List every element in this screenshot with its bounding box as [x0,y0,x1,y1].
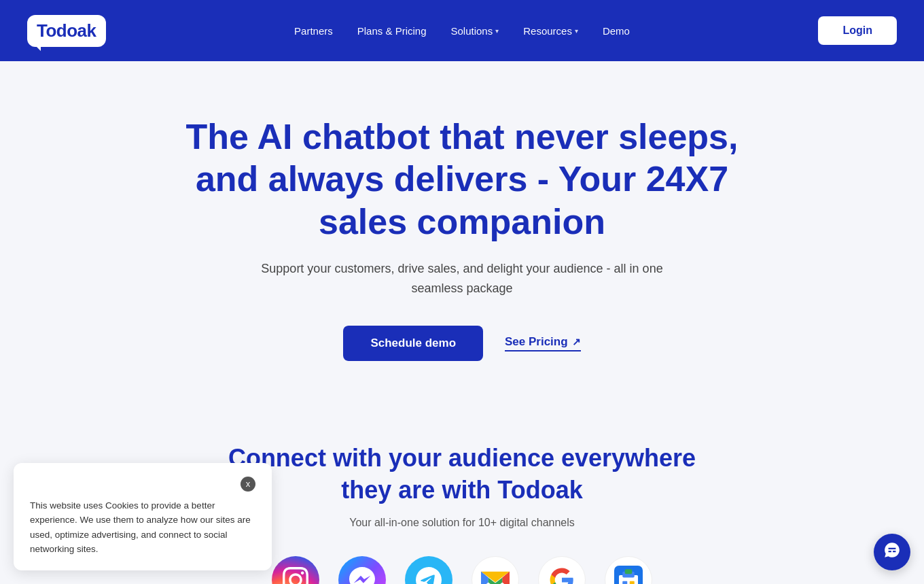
nav-link-pricing[interactable]: Plans & Pricing [357,25,427,37]
nav-link-solutions[interactable]: Solutions ▾ [450,25,499,37]
nav-item-demo[interactable]: Demo [603,25,630,37]
nav-link-partners[interactable]: Partners [294,25,333,37]
solutions-chevron-icon: ▾ [495,27,499,35]
channel-icon-google [538,556,586,584]
hero-headline: The AI chatbot that never sleeps, and al… [156,116,768,243]
nav-item-partners[interactable]: Partners [294,25,333,37]
logo-text: Todoak [37,20,96,41]
cookie-text: This website uses Cookies to provide a b… [30,498,255,557]
svg-rect-3 [625,570,633,574]
nav-item-solutions[interactable]: Solutions ▾ [450,25,499,37]
see-pricing-label: See Pricing [505,335,568,349]
logo[interactable]: Todoak [27,15,106,47]
chat-widget-button[interactable] [874,534,910,570]
channel-icon-instagram [272,556,319,584]
nav-link-demo[interactable]: Demo [603,25,630,37]
navbar: Todoak Partners Plans & Pricing Solution… [0,0,924,61]
hero-buttons: Schedule demo See Pricing ↗ [27,326,897,361]
pricing-arrow-icon: ↗ [572,336,581,348]
connect-heading: Connect with your audience everywhere th… [224,443,700,506]
nav-link-resources[interactable]: Resources ▾ [523,25,578,37]
svg-rect-5 [630,581,635,584]
cookie-banner: x This website uses Cookies to provide a… [14,463,272,570]
resources-chevron-icon: ▾ [575,27,578,35]
nav-item-pricing[interactable]: Plans & Pricing [357,25,427,37]
cookie-close-button[interactable]: x [241,477,255,492]
login-button[interactable]: Login [818,16,897,45]
chat-widget-icon [883,541,901,563]
see-pricing-button[interactable]: See Pricing ↗ [505,335,581,351]
svg-rect-4 [622,581,627,584]
channel-icon-google-business [605,556,652,584]
channel-icon-messenger [338,556,386,584]
cookie-banner-header: x [30,477,255,492]
nav-item-resources[interactable]: Resources ▾ [523,25,578,37]
hero-subheadline: Support your customers, drive sales, and… [258,259,666,298]
channel-icon-gmail [472,556,519,584]
channel-icon-telegram [405,556,452,584]
nav-links: Partners Plans & Pricing Solutions ▾ Res… [294,25,630,37]
hero-section: The AI chatbot that never sleeps, and al… [0,61,924,402]
schedule-demo-button[interactable]: Schedule demo [343,326,483,361]
